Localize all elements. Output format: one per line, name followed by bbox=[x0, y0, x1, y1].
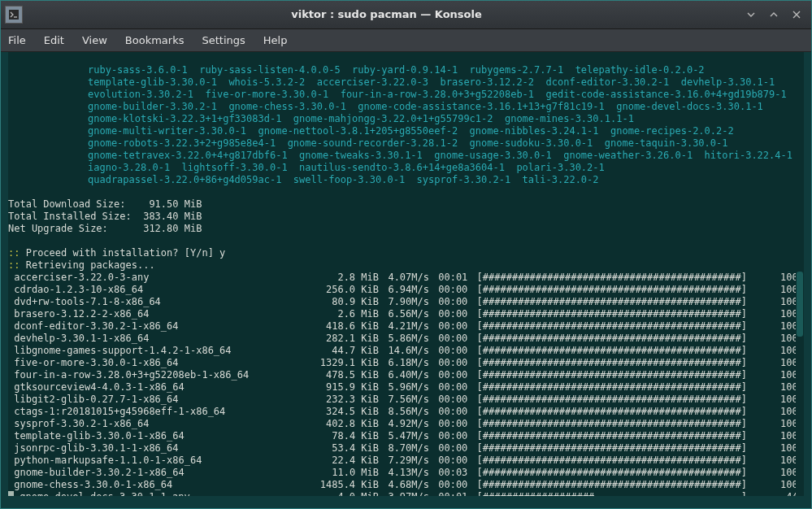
menu-edit[interactable]: Edit bbox=[44, 34, 64, 46]
titlebar[interactable]: viktor : sudo pacman — Konsole bbox=[0, 0, 812, 29]
blank-line bbox=[8, 186, 804, 198]
window-title: viktor : sudo pacman — Konsole bbox=[29, 8, 744, 20]
terminal[interactable]: ruby-sass-3.6.0-1 ruby-sass-listen-4.0.0… bbox=[8, 52, 804, 496]
svg-rect-0 bbox=[9, 10, 19, 20]
minimize-button[interactable] bbox=[744, 7, 758, 22]
close-button[interactable] bbox=[789, 7, 804, 22]
download-row: accerciser-3.22.0-3-any2.8 MiB4.07M/s 00… bbox=[8, 272, 804, 284]
terminal-cursor bbox=[8, 491, 14, 496]
download-row: cdrdao-1.2.3-10-x86_64256.0 KiB6.94M/s 0… bbox=[8, 284, 804, 296]
menu-view[interactable]: View bbox=[82, 34, 107, 46]
download-row: gnome-devel-docs-3.30.1-1-any4.0 MiB3.97… bbox=[8, 491, 804, 496]
package-list-line: evolution-3.30.2-1 five-or-more-3.30.0-1… bbox=[88, 89, 804, 101]
menu-settings[interactable]: Settings bbox=[202, 34, 245, 46]
retrieving-packages: :: Retrieving packages... bbox=[8, 259, 804, 272]
download-row: libgit2-glib-0.27.7-1-x86_64232.3 KiB7.5… bbox=[8, 394, 804, 406]
scrollbar-thumb[interactable] bbox=[797, 272, 803, 337]
maximize-button[interactable] bbox=[766, 7, 781, 22]
download-row: ctags-1:r20181015+g45968eff-1-x86_64324.… bbox=[8, 406, 804, 418]
download-row: sysprof-3.30.2-1-x86_64402.8 KiB4.92M/s … bbox=[8, 418, 804, 430]
download-row: libgnome-games-support-1.4.2-1-x86_6444.… bbox=[8, 345, 804, 357]
menu-bookmarks[interactable]: Bookmarks bbox=[125, 34, 185, 46]
download-row: python-markupsafe-1.1.0-1-x86_6422.4 KiB… bbox=[8, 455, 804, 467]
package-list-line: template-glib-3.30.0-1 whois-5.3.2-2 acc… bbox=[88, 76, 804, 89]
package-list-line: gnome-robots-3.22.3+2+g985e8e4-1 gnome-s… bbox=[88, 137, 804, 150]
menu-help[interactable]: Help bbox=[263, 34, 288, 46]
menubar: File Edit View Bookmarks Settings Help bbox=[0, 29, 812, 52]
download-row: template-glib-3.30.0-1-x86_6478.4 KiB5.4… bbox=[8, 430, 804, 442]
terminal-scrollbar[interactable] bbox=[796, 52, 804, 496]
download-row: devhelp-3.30.1-1-x86_64282.1 KiB5.86M/s … bbox=[8, 333, 804, 345]
download-row: four-in-a-row-3.28.0+3+g52208eb-1-x86_64… bbox=[8, 369, 804, 381]
download-row: gtksourceview4-4.0.3-1-x86_64915.9 KiB5.… bbox=[8, 381, 804, 394]
package-list-line: ruby-sass-3.6.0-1 ruby-sass-listen-4.0.0… bbox=[88, 64, 804, 76]
total-download-size: Total Download Size: 91.50 MiB bbox=[8, 198, 804, 211]
blank-line bbox=[8, 235, 804, 247]
package-list-line: iagno-3.28.0-1 lightsoff-3.30.0-1 nautil… bbox=[88, 162, 804, 174]
package-list-line: gnome-tetravex-3.22.0+4+g817dbf6-1 gnome… bbox=[88, 150, 804, 162]
download-row: jsonrpc-glib-3.30.1-1-x86_6453.4 KiB8.70… bbox=[8, 442, 804, 455]
download-row: brasero-3.12.2-2-x86_642.6 MiB6.56M/s 00… bbox=[8, 308, 804, 320]
package-list-line: gnome-klotski-3.22.3+1+gf33083d-1 gnome-… bbox=[88, 113, 804, 125]
menu-file[interactable]: File bbox=[8, 34, 26, 46]
total-installed-size: Total Installed Size: 383.40 MiB bbox=[8, 211, 804, 223]
download-row: gnome-chess-3.30.0-1-x86_641485.4 KiB4.6… bbox=[8, 479, 804, 491]
package-list-line: quadrapassel-3.22.0+86+g4d059ac-1 swell-… bbox=[88, 174, 804, 186]
download-row: gnome-builder-3.30.2-1-x86_6411.0 MiB4.1… bbox=[8, 467, 804, 479]
package-list-line: gnome-builder-3.30.2-1 gnome-chess-3.30.… bbox=[88, 101, 804, 113]
download-row: dvd+rw-tools-7.1-8-x86_6480.9 KiB7.90M/s… bbox=[8, 296, 804, 308]
package-list-line: gnome-multi-writer-3.30.0-1 gnome-nettoo… bbox=[88, 125, 804, 137]
proceed-prompt: :: Proceed with installation? [Y/n] y bbox=[8, 247, 804, 259]
konsole-icon bbox=[5, 6, 23, 24]
download-row: five-or-more-3.30.0-1-x86_641329.1 KiB6.… bbox=[8, 357, 804, 369]
net-upgrade-size: Net Upgrade Size: 312.80 MiB bbox=[8, 223, 804, 235]
download-row: dconf-editor-3.30.2-1-x86_64418.6 KiB4.2… bbox=[8, 320, 804, 333]
